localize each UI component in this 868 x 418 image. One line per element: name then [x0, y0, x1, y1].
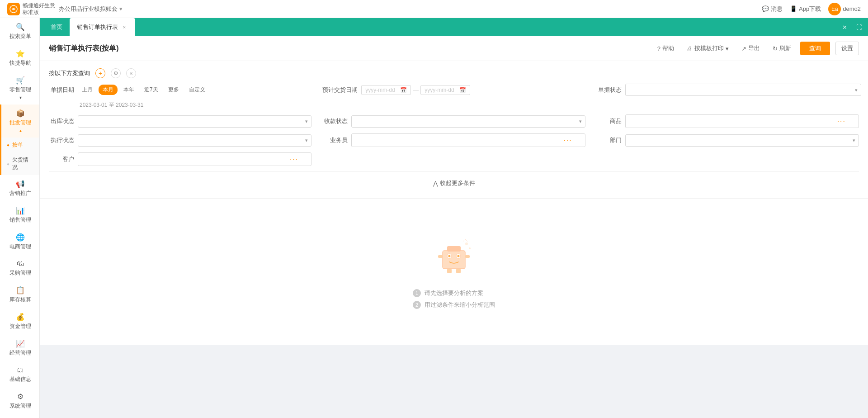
goods-label: 商品	[596, 117, 622, 125]
filter-row-3: 执行状态 业务员 ···	[49, 133, 859, 147]
department-select[interactable]	[625, 134, 859, 147]
svg-point-6	[458, 255, 460, 257]
sidebar: 🔍 搜索菜单 ⭐ 快捷导航 🛒 零售管理 ▾ 📦 批发管理 ▴ ● 按单 ● 欠…	[0, 18, 40, 418]
filter-row-4: 客户 ···	[49, 152, 859, 166]
fullscreen-button[interactable]: ⛶	[854, 22, 864, 33]
print-icon: 🖨	[687, 45, 693, 52]
refresh-button[interactable]: ↻ 刷新	[769, 43, 795, 54]
user-menu[interactable]: Ea demo2	[828, 3, 861, 15]
page-title-bar: 销售订单执行表(按单) ? 帮助 🖨 按模板打印 ▾ ↗	[40, 36, 868, 61]
date-this-month[interactable]: 本月	[99, 85, 118, 95]
status-label: 单据状态	[596, 86, 622, 94]
filter-status-cell: 单据状态 ▾	[596, 84, 859, 96]
filter-customer-cell: 客户 ···	[49, 152, 311, 166]
filter-out-status-cell: 出库状态	[49, 114, 311, 128]
message-icon: 💬	[762, 5, 769, 12]
date-quick-buttons: 上月 本月 本年 近7天 更多 自定义	[78, 85, 311, 95]
sidebar-item-business[interactable]: 📈 经营管理	[0, 335, 39, 361]
tab-home[interactable]: 首页	[43, 18, 70, 36]
help-icon: ?	[657, 45, 660, 52]
page-inner: 销售订单执行表(按单) ? 帮助 🖨 按模板打印 ▾ ↗	[40, 36, 868, 345]
logo-text: 畅捷通好生意 标准版	[23, 2, 55, 15]
help-button[interactable]: ? 帮助	[654, 43, 678, 54]
page-actions: ? 帮助 🖨 按模板打印 ▾ ↗ 导出 ↻	[654, 42, 859, 55]
filter-row-1: 单据日期 上月 本月 本年 近7天 更多 自定义 预计交货日期	[49, 84, 859, 96]
download-icon: 📱	[790, 5, 797, 12]
receipt-status-label: 收款状态	[322, 117, 348, 125]
page-content: 销售订单执行表(按单) ? 帮助 🖨 按模板打印 ▾ ↗	[40, 36, 868, 418]
sidebar-item-basics[interactable]: 🗂 基础信息	[0, 361, 39, 388]
out-status-select[interactable]	[78, 115, 311, 128]
customer-label: 客户	[49, 155, 74, 163]
breadcrumb-arrow-icon[interactable]: ▾	[119, 5, 123, 12]
purchase-icon: 🛍	[17, 260, 24, 268]
filter-exec-status-cell: 执行状态	[49, 133, 311, 147]
search-menu-item[interactable]: 🔍 搜索菜单	[0, 18, 39, 45]
expected-date-start[interactable]: yyyy-mm-dd 📅	[361, 85, 411, 95]
filter-collapse-btn[interactable]: «	[126, 68, 136, 78]
sub-item-欠货情况[interactable]: ● 欠货情况	[1, 152, 39, 175]
date-more[interactable]: 更多	[164, 85, 183, 95]
date-this-year[interactable]: 本年	[119, 85, 138, 95]
department-select-wrapper	[625, 134, 859, 147]
basics-icon: 🗂	[17, 366, 24, 374]
sidebar-item-marketing[interactable]: 📢 营销推广	[0, 175, 39, 202]
quick-nav-item[interactable]: ⭐ 快捷导航	[0, 45, 39, 71]
salesman-input[interactable]: ···	[351, 133, 585, 147]
sidebar-item-wholesale[interactable]: 📦 批发管理 ▴	[0, 104, 39, 138]
collapse-more-button[interactable]: ⋀ 收起更多条件	[49, 176, 859, 191]
ecommerce-icon: 🌐	[16, 233, 25, 242]
sub-item-按单[interactable]: ● 按单	[1, 138, 39, 152]
sidebar-item-system[interactable]: ⚙ 系统管理	[0, 388, 39, 414]
marketing-icon: 📢	[16, 180, 25, 188]
expected-date-label: 预计交货日期	[322, 86, 358, 94]
expected-date-end[interactable]: yyyy-mm-dd 📅	[420, 85, 470, 95]
filter-panel: 按以下方案查询 + ⚙ « 单据日期 上月 本月 本年	[40, 61, 868, 199]
export-icon: ↗	[741, 45, 746, 52]
tab-close-button[interactable]: ×	[121, 24, 128, 31]
filter-goods-cell: 商品 ···	[596, 114, 859, 128]
export-button[interactable]: ↗ 导出	[738, 43, 764, 54]
date-7days[interactable]: 近7天	[140, 85, 162, 95]
app-download-button[interactable]: 📱 App下载	[790, 5, 821, 13]
receipt-status-select[interactable]	[351, 115, 585, 128]
svg-point-5	[448, 255, 451, 257]
system-icon: ⚙	[17, 392, 24, 401]
filter-config-button[interactable]: ⚙	[111, 68, 121, 78]
customer-input[interactable]: ···	[78, 152, 311, 166]
status-select[interactable]	[625, 84, 861, 96]
sidebar-item-inventory[interactable]: 📋 库存核算	[0, 281, 39, 308]
date-label: 单据日期	[49, 86, 74, 94]
wholesale-sub-menu: ● 按单 ● 欠货情况	[0, 138, 39, 175]
star-icon: ⭐	[16, 49, 25, 58]
tab-sales-order[interactable]: 销售订单执行表 ×	[70, 18, 135, 36]
svg-point-12	[469, 247, 471, 249]
sidebar-item-sales[interactable]: 📊 销售管理	[0, 202, 39, 228]
sidebar-item-finance[interactable]: 💰 资金管理	[0, 308, 39, 335]
message-button[interactable]: 💬 消息	[762, 5, 783, 13]
date-custom[interactable]: 自定义	[185, 85, 209, 95]
retail-icon: 🛒	[16, 76, 25, 85]
sidebar-item-collab[interactable]: 🤝 企业协同	[0, 414, 39, 418]
sidebar-item-purchase[interactable]: 🛍 采购管理	[0, 255, 39, 281]
exec-status-select[interactable]	[78, 134, 311, 147]
sidebar-item-retail[interactable]: 🛒 零售管理 ▾	[0, 71, 39, 104]
logo-icon	[7, 3, 20, 15]
template-print-button[interactable]: 🖨 按模板打印 ▾	[683, 43, 732, 54]
wholesale-icon: 📦	[16, 109, 25, 118]
sidebar-item-ecommerce[interactable]: 🌐 电商管理	[0, 228, 39, 255]
receipt-status-select-wrapper	[351, 115, 585, 128]
settings-button[interactable]: 设置	[835, 42, 859, 55]
calendar-icon: 📅	[400, 87, 407, 93]
svg-rect-2	[447, 246, 461, 252]
date-range-display: 2023-03-01 至 2023-03-31	[49, 101, 859, 109]
filter-add-button[interactable]: +	[95, 68, 105, 78]
date-last-month[interactable]: 上月	[78, 85, 97, 95]
query-button[interactable]: 查询	[800, 42, 830, 55]
department-label: 部门	[596, 136, 622, 144]
close-tab-button[interactable]: ✕	[839, 22, 850, 33]
content-area: 首页 销售订单执行表 × ✕ ⛶ 销售订单执行表(按单)	[40, 18, 868, 418]
goods-input[interactable]: ···	[625, 114, 859, 128]
salesman-dots-icon: ···	[563, 136, 572, 144]
filter-receipt-status-cell: 收款状态	[322, 114, 585, 128]
